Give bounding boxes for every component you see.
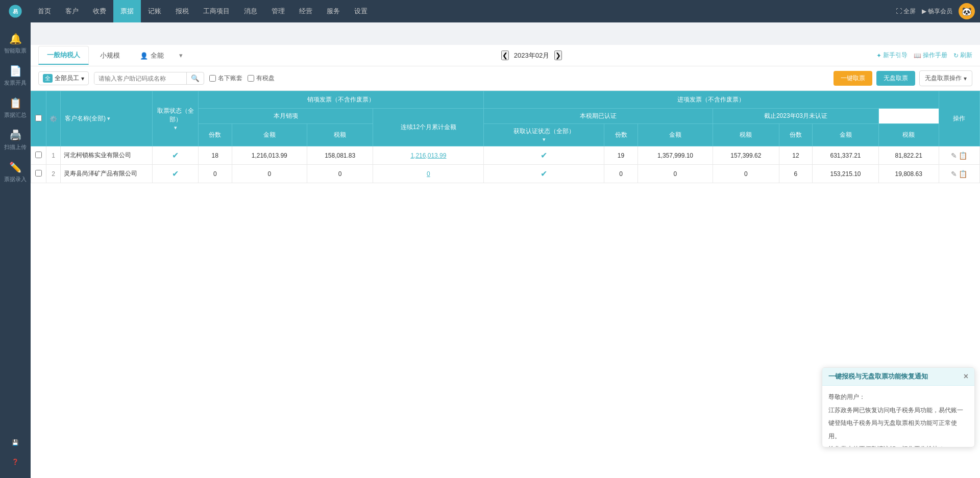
person-icon: 👤 [140,52,148,60]
fullscreen-button[interactable]: ⛶ 全屏 [896,7,916,16]
refresh-button[interactable]: ↻ 刷新 [953,51,972,60]
sidebar: 🔔 智能取票 📄 发票开具 📋 票据汇总 🖨️ 扫描上传 ✏️ 票据录入 💾 ❓ [0,22,31,478]
th-status: 取票状态（全部） ▾ [153,91,199,146]
scan-upload-icon: 🖨️ [9,129,22,141]
row2-status-check-icon: ✔ [172,169,179,178]
sidebar-item-scan-upload[interactable]: 🖨️ 扫描上传 [0,124,31,156]
row2-checkbox [31,165,46,183]
nav-business[interactable]: 工商项目 [196,0,237,22]
notification-popup: 一键报税与无盘取票功能恢复通知 × 尊敬的用户： 江苏政务网已恢复访问电子税务局… [822,367,975,447]
row1-detail-icon[interactable]: 📋 [959,152,967,160]
th-cumulative: 连续12个月累计金额 [373,109,484,146]
row1-purch-rec-count: 19 [604,146,638,165]
nav-settings[interactable]: 设置 [347,0,375,22]
manual-button[interactable]: 📖 操作手册 [914,51,947,60]
sidebar-item-help[interactable]: ❓ [0,454,31,470]
nav-message[interactable]: 消息 [237,0,264,22]
th-monthly-sales: 本月销项 [199,109,373,124]
row1-purch-unrec-tax: 81,822.21 [878,146,939,165]
guide-icon: ✦ [876,52,881,59]
row2-cumulative-link[interactable]: 0 [427,170,430,178]
row1-purch-rec-amount: 1,357,999.10 [638,146,713,165]
employee-filter[interactable]: 全 全部员工 ▾ [38,71,89,85]
help-icon: ❓ [12,459,19,465]
row2-status: ✔ [153,165,199,183]
notification-close-button[interactable]: × [964,372,968,381]
nav-operation[interactable]: 经营 [292,0,320,22]
prev-month-button[interactable]: ❮ [501,51,509,60]
vip-button[interactable]: ▶ 畅享会员 [922,7,952,16]
row2-select-checkbox[interactable] [35,170,42,177]
fullscreen-icon: ⛶ [896,8,902,15]
row1-sales-amount: 1,216,013.99 [232,146,307,165]
row2-edit-icon[interactable]: ✎ [951,170,957,178]
sidebar-item-open-invoice[interactable]: 📄 发票开具 [0,60,31,92]
row1-sales-count: 18 [199,146,232,165]
row1-purch-unrec-count: 12 [779,146,813,165]
nav-service[interactable]: 服务 [320,0,347,22]
notification-line-3: 用。 [828,431,968,442]
sidebar-item-download[interactable]: 💾 [0,434,31,451]
tax-disk-checkbox[interactable] [248,75,254,82]
one-click-ticket-button[interactable]: 一键取票 [834,71,872,86]
manual-icon: 📖 [914,52,921,59]
nav-manage[interactable]: 管理 [264,0,292,22]
nav-tax[interactable]: 报税 [168,0,196,22]
tab-bar: 一般纳税人 小规模 👤 全能 ▾ ❮ 2023年02月 ❯ ✦ 新手引导 📖 操… [31,45,980,66]
tab-all[interactable]: 👤 全能 [131,46,173,64]
row2-purch-rec-amount: 0 [638,165,713,183]
row1-verify-status: ✔ [484,146,604,165]
row2-verify-status: ✔ [484,165,604,183]
sidebar-item-summary[interactable]: 📋 票据汇总 [0,92,31,124]
customer-search-wrap: 🔍 [94,72,204,85]
row1-edit-icon[interactable]: ✎ [951,152,957,160]
month-navigation: ❮ 2023年02月 ❯ [189,51,874,60]
tab-general-taxpayer[interactable]: 一般纳税人 [38,46,89,65]
row1-purch-rec-tax: 157,399.62 [713,146,779,165]
user-avatar[interactable]: 🐼 [959,3,975,19]
th-purch-recognized: 本税期已认证 [484,109,713,124]
select-all-checkbox[interactable] [35,115,42,121]
row1-cumulative-link[interactable]: 1,216,013.99 [410,152,446,159]
diskless-ticket-button[interactable]: 无盘取票 [876,71,915,86]
next-month-button[interactable]: ❯ [554,51,562,60]
th-purch-unrec-amount: 金额 [813,124,879,146]
tab-small-scale[interactable]: 小规模 [91,46,129,64]
sidebar-item-ticket-entry[interactable]: ✏️ 票据录入 [0,156,31,188]
status-filter-icon[interactable]: ▾ [174,124,177,131]
nav-invoice[interactable]: 票据 [113,0,141,22]
vip-icon: ▶ [922,8,926,15]
customer-filter-icon[interactable]: ▾ [107,115,110,121]
row2-detail-icon[interactable]: 📋 [959,170,967,178]
smart-ticket-icon: 🔔 [9,33,22,45]
th-purch-unrec-count: 份数 [779,124,813,146]
row2-cumulative: 0 [373,165,484,183]
guide-button[interactable]: ✦ 新手引导 [876,51,908,60]
th-customer: 客户名称(全部) ▾ [61,91,153,146]
nav-home[interactable]: 首页 [31,0,58,22]
row2-sales-amount: 0 [232,165,307,183]
nav-customer[interactable]: 客户 [58,0,86,22]
ticket-entry-icon: ✏️ [9,161,22,173]
employee-badge: 全 [43,74,53,83]
row1-select-checkbox[interactable] [35,152,42,158]
search-button[interactable]: 🔍 [186,72,204,84]
row2-purch-rec-count: 0 [604,165,638,183]
customer-search-input[interactable] [94,73,186,84]
nav-accounting[interactable]: 记账 [141,0,168,22]
row1-verify-check-icon: ✔ [541,151,547,160]
table-row: 2 灵寿县尚泽矿产品有限公司 ✔ 0 0 0 0 ✔ 0 0 [31,165,980,183]
tab-more-button[interactable]: ▾ [175,49,187,61]
sidebar-item-smart-ticket[interactable]: 🔔 智能取票 [0,28,31,60]
notification-line-4: 给您带来的不便敬请谅解，祝您工作愉快！ [828,444,968,447]
open-invoice-icon: 📄 [9,65,22,77]
my-accounts-checkbox[interactable] [209,75,216,82]
diskless-ticket-ops-button[interactable]: 无盘取票操作 ▾ [919,70,972,86]
invoice-table: ⚙️ 客户名称(全部) ▾ 取票状态（全部） ▾ 销项发票（不含作废票） 进项发… [31,91,980,183]
tax-disk-checkbox-label[interactable]: 有税盘 [248,74,275,83]
nav-fee[interactable]: 收费 [86,0,113,22]
logo: 易 [5,0,26,22]
my-accounts-checkbox-label[interactable]: 名下账套 [209,74,242,83]
verify-filter-icon[interactable]: ▾ [543,136,546,142]
th-sales-amount: 金额 [232,124,307,146]
